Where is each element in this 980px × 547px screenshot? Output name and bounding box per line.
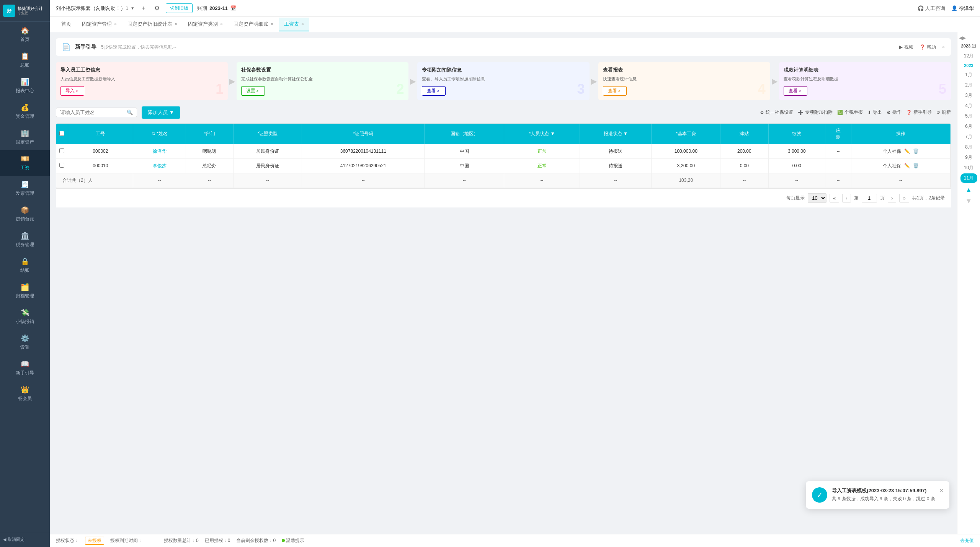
guide-actions: ▶ 视频 ❓ 帮助 × bbox=[899, 44, 945, 51]
tab-home[interactable]: 首页 bbox=[56, 18, 77, 31]
edit-icon[interactable]: ✏️ bbox=[904, 149, 910, 154]
month-item-10[interactable]: 10月 bbox=[960, 163, 977, 173]
status-badge: 正常 bbox=[537, 163, 547, 168]
guide-help-link[interactable]: ❓ 帮助 bbox=[920, 44, 936, 51]
edit-icon[interactable]: ✏️ bbox=[904, 163, 910, 168]
sidebar-item-invoice[interactable]: 🧾 发票管理 bbox=[0, 176, 50, 201]
sidebar-item-archive[interactable]: 🗂️ 归档管理 bbox=[0, 278, 50, 304]
export-icon: ⬇ bbox=[867, 110, 871, 115]
settings-gear-button[interactable]: ⚙ bbox=[153, 3, 161, 13]
sidebar-item-settings[interactable]: ⚙️ 设置 bbox=[0, 330, 50, 355]
sidebar-item-home[interactable]: 🏠 首页 bbox=[0, 22, 50, 47]
month-item-2[interactable]: 2月 bbox=[960, 80, 977, 90]
row-checkbox[interactable] bbox=[59, 163, 64, 168]
delete-icon[interactable]: 🗑️ bbox=[913, 163, 919, 168]
sort-icon[interactable]: ⇅ bbox=[152, 131, 155, 136]
home-icon: 🏠 bbox=[21, 26, 29, 35]
sidebar-item-tax[interactable]: 🏛️ 税务管理 bbox=[0, 227, 50, 253]
employee-name-link[interactable]: 李俊杰 bbox=[153, 163, 167, 168]
calendar-icon[interactable]: 📅 bbox=[230, 5, 236, 11]
arrow-left-icon: ◀ bbox=[3, 537, 6, 542]
step-1-button[interactable]: 导入＞ bbox=[60, 86, 84, 96]
sidebar-item-ledger[interactable]: 📋 总账 bbox=[0, 47, 50, 73]
recharge-button[interactable]: 去充值 bbox=[960, 537, 974, 544]
social-insurance-settings-button[interactable]: ⚙ 统一社保设置 bbox=[760, 109, 793, 116]
filter-icon[interactable]: ▼ bbox=[550, 131, 555, 136]
scroll-down-icon[interactable]: ▼ bbox=[965, 197, 972, 205]
sidebar-item-payroll[interactable]: 💴 工资 bbox=[0, 150, 50, 176]
add-employee-button[interactable]: 添加人员 ▼ bbox=[142, 106, 180, 119]
tab-close-icon[interactable]: × bbox=[301, 21, 304, 27]
sidebar-item-inventory[interactable]: 📦 进销台账 bbox=[0, 201, 50, 227]
step-2-button[interactable]: 设置＞ bbox=[241, 86, 265, 96]
special-deduction-button[interactable]: ➕ 专项附加扣除 bbox=[798, 109, 833, 116]
delete-icon[interactable]: 🗑️ bbox=[913, 149, 919, 154]
tab-payroll[interactable]: 工资表 × bbox=[279, 18, 309, 31]
sidebar-item-guide[interactable]: 📖 新手引导 bbox=[0, 355, 50, 381]
select-all-checkbox[interactable] bbox=[59, 131, 64, 136]
page-input[interactable] bbox=[862, 194, 877, 202]
tab-fixed-assets-category[interactable]: 固定资产类别 × bbox=[183, 18, 228, 31]
next-page-button[interactable]: › bbox=[888, 194, 896, 202]
step-1: 导入员工工资信息 人员信息及工资数据新增导入 导入＞ 1 bbox=[56, 62, 228, 100]
row-checkbox[interactable] bbox=[59, 148, 64, 153]
search-box[interactable]: 🔍 bbox=[56, 108, 137, 117]
sidebar-item-report[interactable]: 📊 报表中心 bbox=[0, 73, 50, 99]
page-size-select[interactable]: 10 20 50 bbox=[808, 193, 826, 203]
month-item-11-current[interactable]: 11月 bbox=[960, 173, 977, 183]
month-item-3[interactable]: 3月 bbox=[960, 91, 977, 100]
step-3-button[interactable]: 查看＞ bbox=[422, 86, 446, 96]
search-input[interactable] bbox=[60, 109, 124, 115]
unpin-sidebar-button[interactable]: ◀ 取消固定 bbox=[0, 532, 50, 547]
scroll-up-icon[interactable]: ▲ bbox=[965, 186, 972, 194]
tax-declaration-button[interactable]: 💹 个税申报 bbox=[837, 109, 863, 116]
switch-version-button[interactable]: 切到旧版 bbox=[166, 3, 193, 13]
guide-video-link[interactable]: ▶ 视频 bbox=[899, 44, 913, 51]
month-item-6[interactable]: 6月 bbox=[960, 122, 977, 131]
notification-close-button[interactable]: × bbox=[940, 487, 943, 494]
sidebar-item-member[interactable]: 👑 畅会员 bbox=[0, 381, 50, 407]
logo-text: 畅捷通好会计 专业版 bbox=[18, 6, 43, 16]
personal-insurance-link[interactable]: 个人社保 bbox=[883, 163, 901, 169]
panel-toggle-button[interactable]: ◀▶ bbox=[957, 35, 966, 41]
user-profile-button[interactable]: 👤 徐泽华 bbox=[951, 5, 974, 12]
tab-close-icon[interactable]: × bbox=[220, 21, 223, 27]
month-item-4[interactable]: 4月 bbox=[960, 101, 977, 111]
step-4-button[interactable]: 查看＞ bbox=[603, 86, 627, 96]
new-guide-button[interactable]: ❓ 新手引导 bbox=[906, 109, 932, 116]
month-item-8[interactable]: 8月 bbox=[960, 142, 977, 152]
id-type-cell: 居民身份证 bbox=[233, 158, 302, 173]
tab-close-icon[interactable]: × bbox=[271, 21, 273, 27]
prev-page-button[interactable]: ‹ bbox=[842, 194, 851, 202]
guide-close-button[interactable]: × bbox=[942, 44, 945, 50]
account-dropdown-icon[interactable]: ▼ bbox=[131, 6, 134, 10]
month-item-12[interactable]: 12月 bbox=[960, 51, 977, 61]
employee-name-link[interactable]: 徐泽华 bbox=[153, 149, 167, 154]
refresh-button[interactable]: ↺ 刷新 bbox=[936, 109, 951, 116]
export-button[interactable]: ⬇ 导出 bbox=[867, 109, 882, 116]
sidebar-item-fixed-assets[interactable]: 🏢 固定资产 bbox=[0, 124, 50, 150]
send-filter-icon[interactable]: ▼ bbox=[623, 131, 628, 136]
last-page-button[interactable]: » bbox=[899, 194, 909, 202]
sidebar-item-close[interactable]: 🔒 结账 bbox=[0, 253, 50, 278]
operations-button[interactable]: ⚙ 操作 bbox=[887, 109, 902, 116]
tab-close-icon[interactable]: × bbox=[114, 21, 117, 27]
month-item-7[interactable]: 7月 bbox=[960, 132, 977, 142]
month-item-9[interactable]: 9月 bbox=[960, 153, 977, 162]
add-account-button[interactable]: ＋ bbox=[139, 3, 148, 14]
step-arrow-3: ▶ bbox=[590, 62, 598, 100]
ai-consult-button[interactable]: 🎧 人工咨询 bbox=[918, 5, 945, 12]
month-item-5[interactable]: 5月 bbox=[960, 111, 977, 121]
send-status-cell: 待报送 bbox=[580, 158, 652, 173]
tab-fixed-assets-mgmt[interactable]: 固定资产管理 × bbox=[77, 18, 122, 31]
personal-insurance-link[interactable]: 个人社保 bbox=[883, 148, 901, 155]
tab-close-icon[interactable]: × bbox=[175, 21, 177, 27]
first-page-button[interactable]: « bbox=[830, 194, 839, 202]
tab-depreciation-stats[interactable]: 固定资产折旧统计表 × bbox=[122, 18, 183, 31]
sidebar-item-expense[interactable]: 💸 小畅报销 bbox=[0, 304, 50, 330]
archive-icon: 🗂️ bbox=[21, 283, 29, 291]
step-5-button[interactable]: 查看＞ bbox=[784, 86, 807, 96]
month-item-1[interactable]: 1月 bbox=[960, 70, 977, 80]
sidebar-item-fund[interactable]: 💰 资金管理 bbox=[0, 99, 50, 124]
tab-fixed-assets-ledger[interactable]: 固定资产明细账 × bbox=[228, 18, 279, 31]
